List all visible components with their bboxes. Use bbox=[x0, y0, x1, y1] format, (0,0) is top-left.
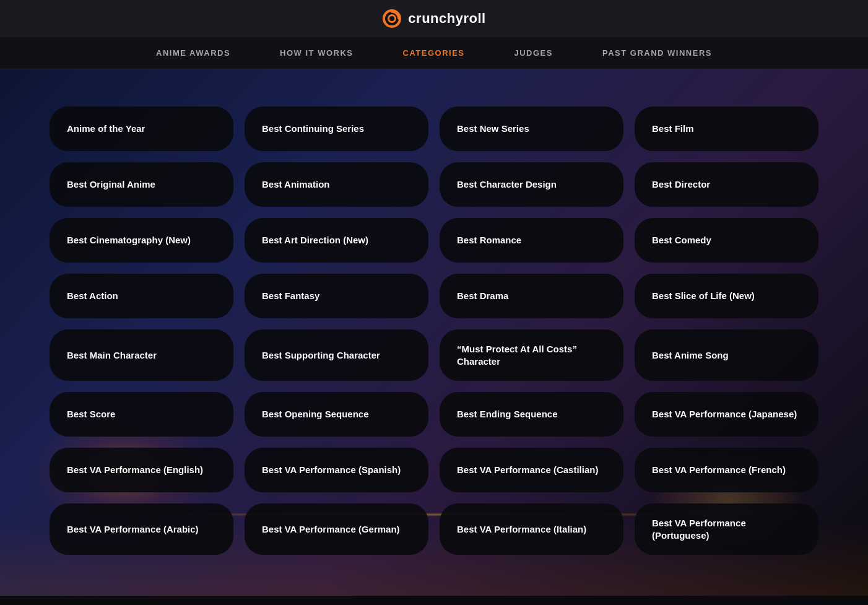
category-best-art-direction[interactable]: Best Art Direction (New) bbox=[245, 218, 428, 263]
category-best-main-character[interactable]: Best Main Character bbox=[50, 329, 233, 381]
category-best-anime-song[interactable]: Best Anime Song bbox=[635, 329, 818, 381]
category-best-comedy[interactable]: Best Comedy bbox=[635, 218, 818, 263]
category-best-va-spanish[interactable]: Best VA Performance (Spanish) bbox=[245, 448, 428, 492]
logo-container: crunchyroll bbox=[382, 9, 485, 28]
nav-item-judges[interactable]: JUDGES bbox=[514, 48, 553, 58]
category-best-romance[interactable]: Best Romance bbox=[440, 218, 623, 263]
nav-item-how-it-works[interactable]: HOW IT WORKS bbox=[280, 48, 353, 58]
category-best-va-castilian[interactable]: Best VA Performance (Castilian) bbox=[440, 448, 623, 492]
category-best-slice-of-life[interactable]: Best Slice of Life (New) bbox=[635, 274, 818, 318]
category-best-new-series[interactable]: Best New Series bbox=[440, 107, 623, 151]
category-anime-of-the-year[interactable]: Anime of the Year bbox=[50, 107, 233, 151]
category-best-animation[interactable]: Best Animation bbox=[245, 162, 428, 207]
category-best-director[interactable]: Best Director bbox=[635, 162, 818, 207]
categories-grid: Anime of the Year Best Continuing Series… bbox=[50, 107, 818, 555]
logo-bar: crunchyroll bbox=[0, 0, 868, 37]
category-best-va-english[interactable]: Best VA Performance (English) bbox=[50, 448, 233, 492]
nav-item-past-grand-winners[interactable]: PAST GRAND WINNERS bbox=[602, 48, 712, 58]
svg-point-3 bbox=[389, 16, 394, 21]
category-best-continuing-series[interactable]: Best Continuing Series bbox=[245, 107, 428, 151]
header: crunchyroll ANIME AWARDS HOW IT WORKS CA… bbox=[0, 0, 868, 69]
category-must-protect-character[interactable]: “Must Protect At All Costs” Character bbox=[440, 329, 623, 381]
category-best-score[interactable]: Best Score bbox=[50, 392, 233, 437]
category-best-va-italian[interactable]: Best VA Performance (Italian) bbox=[440, 503, 623, 555]
main-content: Anime of the Year Best Continuing Series… bbox=[0, 69, 868, 596]
category-best-va-arabic[interactable]: Best VA Performance (Arabic) bbox=[50, 503, 233, 555]
category-best-action[interactable]: Best Action bbox=[50, 274, 233, 318]
category-best-opening-sequence[interactable]: Best Opening Sequence bbox=[245, 392, 428, 437]
category-best-va-german[interactable]: Best VA Performance (German) bbox=[245, 503, 428, 555]
category-best-fantasy[interactable]: Best Fantasy bbox=[245, 274, 428, 318]
category-best-va-japanese[interactable]: Best VA Performance (Japanese) bbox=[635, 392, 818, 437]
category-best-va-portuguese[interactable]: Best VA Performance (Portuguese) bbox=[635, 503, 818, 555]
category-best-va-french[interactable]: Best VA Performance (French) bbox=[635, 448, 818, 492]
category-best-character-design[interactable]: Best Character Design bbox=[440, 162, 623, 207]
nav-item-anime-awards[interactable]: ANIME AWARDS bbox=[156, 48, 230, 58]
category-best-drama[interactable]: Best Drama bbox=[440, 274, 623, 318]
nav-bar: ANIME AWARDS HOW IT WORKS CATEGORIES JUD… bbox=[0, 37, 868, 69]
category-best-film[interactable]: Best Film bbox=[635, 107, 818, 151]
category-best-supporting-character[interactable]: Best Supporting Character bbox=[245, 329, 428, 381]
crunchyroll-icon bbox=[382, 9, 402, 28]
nav-item-categories[interactable]: CATEGORIES bbox=[403, 48, 465, 58]
category-best-ending-sequence[interactable]: Best Ending Sequence bbox=[440, 392, 623, 437]
category-best-cinematography[interactable]: Best Cinematography (New) bbox=[50, 218, 233, 263]
logo-text: crunchyroll bbox=[408, 11, 485, 27]
category-best-original-anime[interactable]: Best Original Anime bbox=[50, 162, 233, 207]
